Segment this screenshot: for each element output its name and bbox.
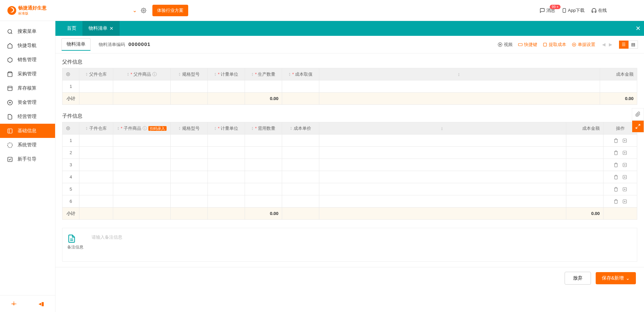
document-header: 物料清单 物料清单编码0000001 视频 快捷键 提取成本 单据设置 ◀ ▶ … xyxy=(55,36,644,53)
close-icon[interactable]: ✕ xyxy=(109,26,114,31)
svg-point-13 xyxy=(7,143,12,147)
svg-point-21 xyxy=(572,43,576,46)
sidebar-item-sys[interactable]: 系统管理 xyxy=(0,138,55,152)
gear-col[interactable] xyxy=(63,68,79,80)
col-parent-qty[interactable]: ▲▼* 生产数量 xyxy=(245,68,282,80)
prev-doc-icon[interactable]: ◀ xyxy=(601,41,607,48)
sidebar-item-label: 搜索菜单 xyxy=(18,28,36,34)
discard-button[interactable]: 放弃 xyxy=(565,272,591,285)
svg-line-4 xyxy=(11,32,12,33)
video-link[interactable]: 视频 xyxy=(498,42,513,48)
tabs-close-all-icon[interactable]: ✕ xyxy=(636,25,641,32)
tab-home[interactable]: 首页 xyxy=(61,21,82,36)
attachment-icon[interactable] xyxy=(632,108,644,120)
remark-section: 备注信息 xyxy=(62,228,637,262)
add-icon[interactable] xyxy=(622,175,627,179)
sidebar-item-bag[interactable]: 采购管理 xyxy=(0,67,55,81)
add-icon[interactable] xyxy=(622,163,627,167)
next-doc-icon[interactable]: ▶ xyxy=(608,41,614,48)
table-row[interactable]: 4 xyxy=(63,171,637,183)
doc-settings-link[interactable]: 单据设置 xyxy=(572,42,595,48)
child-subtotal-label: 小计 xyxy=(63,208,79,220)
view-list-icon[interactable]: ☰ xyxy=(619,41,628,49)
col-parent-wh[interactable]: ▲▼父件仓库 xyxy=(79,68,113,80)
col-child-amt[interactable]: 成本金额 xyxy=(566,122,603,135)
gear-icon[interactable] xyxy=(141,8,146,13)
add-icon[interactable] xyxy=(622,138,627,143)
sidebar-item-label: 销售管理 xyxy=(18,57,36,63)
expand-icon[interactable] xyxy=(632,120,644,133)
shortcut-link[interactable]: 快捷键 xyxy=(518,42,537,48)
col-child-goods[interactable]: ▲▼* 子件商品 ⓘ扫码录入 xyxy=(113,122,171,135)
save-new-button[interactable]: 保存&新增⌄ xyxy=(596,272,636,284)
gear-icon xyxy=(66,72,70,76)
delete-icon[interactable] xyxy=(614,138,618,143)
col-parent-goods[interactable]: ▲▼* 父件商品 ⓘ xyxy=(113,68,171,80)
table-row[interactable]: 1 xyxy=(63,80,637,93)
table-row[interactable]: 3 xyxy=(63,159,637,171)
remark-input[interactable] xyxy=(90,233,632,253)
scan-entry-tag[interactable]: 扫码录入 xyxy=(148,126,167,131)
table-row[interactable]: 6 xyxy=(63,195,637,208)
sidebar-item-guide[interactable]: 新手引导 xyxy=(0,152,55,166)
doc-icon xyxy=(7,114,13,120)
svg-point-25 xyxy=(67,127,70,130)
message-badge: 99 + xyxy=(550,5,561,9)
svg-point-24 xyxy=(68,128,69,129)
delete-icon[interactable] xyxy=(614,187,618,192)
delete-icon[interactable] xyxy=(614,199,618,204)
col-parent-costget[interactable]: ▲▼* 成本取值 xyxy=(282,68,319,80)
svg-point-0 xyxy=(143,10,144,11)
sidebar-item-box[interactable]: 销售管理 xyxy=(0,53,55,67)
col-parent-costamt[interactable]: 成本金额 xyxy=(600,68,637,80)
col-child-wh[interactable]: ▲▼子件仓库 xyxy=(79,122,113,135)
svg-point-23 xyxy=(67,73,70,76)
add-icon[interactable] xyxy=(622,187,627,192)
col-child-spec[interactable]: ▲▼规格型号 xyxy=(171,122,208,135)
delete-icon[interactable] xyxy=(614,175,618,179)
messages-link[interactable]: 消息 99 + xyxy=(540,7,555,14)
stock-icon xyxy=(7,85,13,91)
org-selector[interactable]: ⌄ xyxy=(62,7,137,14)
table-row[interactable]: 2 xyxy=(63,147,637,159)
settings-icon[interactable] xyxy=(11,301,17,307)
table-row[interactable]: 5 xyxy=(63,183,637,195)
parent-table: ▲▼父件仓库 ▲▼* 父件商品 ⓘ ▲▼规格型号 ▲▼* 计量单位 ▲▼* 生产… xyxy=(62,68,637,105)
box-icon xyxy=(7,57,13,63)
brand-logo: 畅捷通好生意 标准版 xyxy=(3,5,55,16)
online-support-link[interactable]: 在线 xyxy=(591,7,607,14)
sidebar-item-doc[interactable]: 经营管理 xyxy=(0,110,55,124)
sidebar-item-label: 系统管理 xyxy=(18,142,36,148)
sidebar-item-money[interactable]: 资金管理 xyxy=(0,95,55,110)
sidebar-item-search[interactable]: 搜索菜单 xyxy=(0,24,55,39)
delete-icon[interactable] xyxy=(614,163,618,167)
col-child-unit[interactable]: ▲▼* 计量单位 xyxy=(208,122,245,135)
table-row[interactable]: 1 xyxy=(63,135,637,147)
tab-bom[interactable]: 物料清单✕ xyxy=(82,21,120,36)
delete-icon[interactable] xyxy=(614,150,618,155)
sidebar-item-stock[interactable]: 库存核算 xyxy=(0,81,55,95)
col-parent-spec[interactable]: ▲▼规格型号 xyxy=(171,68,208,80)
child-subtotal-amt: 0.00 xyxy=(566,208,603,220)
home-icon xyxy=(7,43,13,49)
base-icon xyxy=(7,128,13,134)
gear-col[interactable] xyxy=(63,122,79,135)
col-child-qty[interactable]: ▲▼* 需用数量 xyxy=(245,122,282,135)
view-detail-icon[interactable]: ▤ xyxy=(628,41,638,49)
col-child-price[interactable]: ▲▼成本单价 xyxy=(282,122,319,135)
col-parent-unit[interactable]: ▲▼* 计量单位 xyxy=(208,68,245,80)
doc-tab[interactable]: 物料清单 xyxy=(61,38,91,51)
app-download-link[interactable]: App下载 xyxy=(562,7,585,14)
add-icon[interactable] xyxy=(622,199,627,204)
sidebar-item-base[interactable]: 基础信息 xyxy=(0,124,55,138)
add-icon[interactable] xyxy=(622,150,627,155)
try-industry-button[interactable]: 体验行业方案 xyxy=(152,5,188,16)
child-subtotal-qty: 0.00 xyxy=(245,208,282,220)
view-toggle: ☰ ▤ xyxy=(619,41,638,49)
extract-cost-link[interactable]: 提取成本 xyxy=(543,42,566,48)
app-header: 畅捷通好生意 标准版 ⌄ 体验行业方案 消息 99 + App下载 在线 xyxy=(0,0,644,21)
search-icon xyxy=(7,28,13,34)
sidebar: 搜索菜单快捷导航销售管理采购管理库存核算资金管理经营管理基础信息系统管理新手引导… xyxy=(0,21,55,312)
collapse-icon[interactable]: ◂▮ xyxy=(39,301,44,307)
sidebar-item-home[interactable]: 快捷导航 xyxy=(0,39,55,53)
